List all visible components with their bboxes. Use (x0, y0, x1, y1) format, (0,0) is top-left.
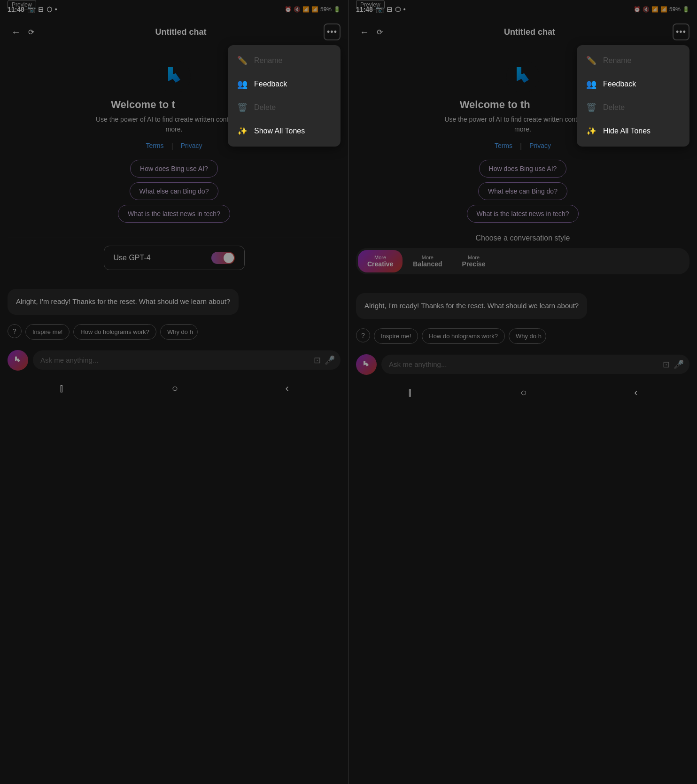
dropdown-rename-right[interactable]: ✏️ Rename (577, 49, 689, 72)
dropdown-menu-left: ✏️ Rename 👥 Feedback 🗑️ Delete ✨ Show Al… (228, 45, 341, 147)
rename-label-left: Rename (254, 56, 282, 65)
delete-icon-right: 🗑️ (586, 102, 596, 113)
delete-label-left: Delete (254, 103, 276, 112)
tones-label-left: Show All Tones (254, 127, 305, 135)
delete-icon-left: 🗑️ (237, 102, 248, 113)
feedback-label-right: Feedback (603, 80, 636, 88)
feedback-icon-right: 👥 (586, 79, 596, 89)
tones-label-right: Hide All Tones (603, 127, 651, 135)
rename-icon-left: ✏️ (237, 55, 248, 66)
rename-icon-right: ✏️ (586, 55, 596, 66)
dropdown-feedback-right[interactable]: 👥 Feedback (577, 72, 689, 96)
dropdown-hide-tones-right[interactable]: ✨ Hide All Tones (577, 119, 689, 143)
dropdown-menu-right: ✏️ Rename 👥 Feedback 🗑️ Delete ✨ Hide Al… (577, 45, 689, 147)
delete-label-right: Delete (603, 103, 625, 112)
tones-icon-right: ✨ (586, 126, 596, 136)
dropdown-rename-left[interactable]: ✏️ Rename (228, 49, 341, 72)
dropdown-feedback-left[interactable]: 👥 Feedback (228, 72, 341, 96)
dropdown-delete-right[interactable]: 🗑️ Delete (577, 96, 689, 119)
rename-label-right: Rename (603, 56, 631, 65)
feedback-icon-left: 👥 (237, 79, 248, 89)
dropdown-show-tones-left[interactable]: ✨ Show All Tones (228, 119, 341, 143)
dropdown-delete-left[interactable]: 🗑️ Delete (228, 96, 341, 119)
right-phone-screen: 11:48 📷 ⊟ ⬡ • ⏰ 🔇 📶 📶 59% 🔋 ← ⟳ Untitled… (348, 0, 697, 784)
feedback-label-left: Feedback (254, 80, 287, 88)
left-phone-screen: 11:48 📷 ⊟ ⬡ • ⏰ 🔇 📶 📶 59% 🔋 ← ⟳ Untitled… (0, 0, 348, 784)
tones-icon-left: ✨ (237, 126, 248, 136)
